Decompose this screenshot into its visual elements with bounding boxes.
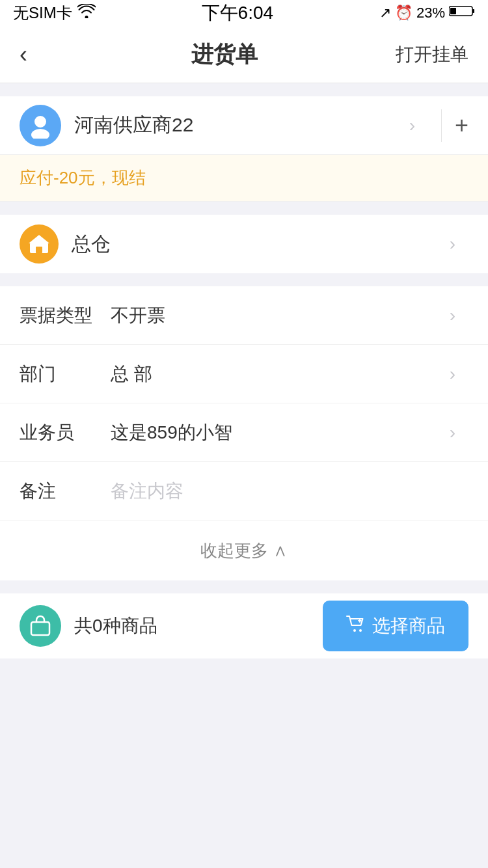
department-label: 部门: [20, 362, 111, 387]
bottom-bar: 共0种商品 选择商品: [0, 593, 488, 658]
top-divider: [0, 83, 488, 96]
salesperson-value: 这是859的小智: [111, 420, 450, 445]
svg-point-3: [34, 116, 46, 128]
invoice-type-value: 不开票: [111, 303, 450, 328]
warehouse-section: 总仓 ›: [0, 215, 488, 273]
collapse-button[interactable]: 收起更多 ∧: [0, 521, 488, 580]
warehouse-row[interactable]: 总仓 ›: [0, 215, 488, 273]
supplier-row[interactable]: 河南供应商22 › +: [0, 96, 488, 155]
add-supplier-button[interactable]: +: [455, 112, 468, 139]
cart-icon: [346, 616, 366, 637]
svg-point-4: [31, 129, 49, 139]
svg-point-9: [353, 629, 356, 632]
select-product-label: 选择商品: [372, 614, 445, 638]
info-banner: 应付-20元，现结: [0, 155, 488, 202]
salesperson-label: 业务员: [20, 420, 111, 445]
invoice-type-row[interactable]: 票据类型 不开票 ›: [0, 286, 488, 345]
battery-icon: [449, 5, 475, 21]
carrier-text: 无SIM卡: [13, 3, 72, 23]
invoice-type-label: 票据类型: [20, 303, 111, 328]
warehouse-chevron-icon: ›: [450, 234, 455, 254]
status-bar: 无SIM卡 下午6:04 ↗ ⏰ 23%: [0, 0, 488, 26]
remark-label: 备注: [20, 479, 111, 504]
department-row[interactable]: 部门 总 部 ›: [0, 345, 488, 403]
product-count-label: 共0种商品: [74, 614, 323, 638]
svg-marker-6: [29, 235, 49, 243]
svg-rect-2: [450, 8, 456, 14]
supplier-avatar: [20, 105, 61, 146]
supplier-name: 河南供应商22: [74, 112, 409, 139]
salesperson-row[interactable]: 业务员 这是859的小智 ›: [0, 403, 488, 462]
warehouse-name: 总仓: [72, 231, 450, 258]
invoice-type-chevron-icon: ›: [450, 305, 455, 326]
back-button[interactable]: ‹: [20, 41, 59, 68]
location-icon: ↗: [379, 5, 391, 21]
select-product-button[interactable]: 选择商品: [323, 601, 468, 651]
remark-input[interactable]: 备注内容: [111, 479, 468, 504]
status-right: ↗ ⏰ 23%: [379, 5, 475, 21]
status-left: 无SIM卡: [13, 3, 96, 23]
department-value: 总 部: [111, 362, 450, 387]
alarm-icon: ⏰: [395, 5, 413, 21]
battery-text: 23%: [416, 5, 445, 21]
open-pending-button[interactable]: 打开挂单: [390, 42, 468, 67]
page-title: 进货单: [59, 40, 390, 70]
supplier-section: 河南供应商22 › + 应付-20元，现结: [0, 96, 488, 202]
svg-rect-8: [31, 622, 49, 635]
salesperson-chevron-icon: ›: [450, 422, 455, 443]
product-icon: [20, 605, 61, 647]
nav-bar: ‹ 进货单 打开挂单: [0, 26, 488, 83]
remark-row[interactable]: 备注 备注内容: [0, 462, 488, 521]
form-section: 票据类型 不开票 › 部门 总 部 › 业务员 这是859的小智 › 备注 备注…: [0, 286, 488, 521]
supplier-chevron-icon: ›: [409, 115, 415, 136]
wifi-icon: [77, 4, 96, 22]
svg-rect-1: [472, 9, 474, 13]
status-time: 下午6:04: [202, 1, 274, 25]
gray-background: [0, 658, 488, 854]
svg-rect-7: [36, 247, 42, 253]
vertical-divider: [441, 109, 442, 142]
svg-point-10: [359, 629, 362, 632]
warehouse-icon: [20, 224, 59, 264]
department-chevron-icon: ›: [450, 364, 455, 385]
